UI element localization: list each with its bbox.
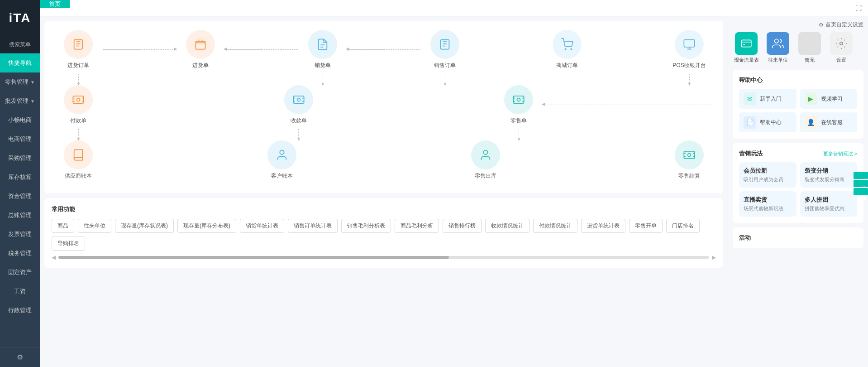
- sidebar-item-invoice[interactable]: 发票管理: [0, 225, 40, 244]
- flow-label-supplier-account: 供应商账本: [65, 172, 92, 180]
- sidebar-item-ledger[interactable]: 总账管理: [0, 206, 40, 225]
- vert-cell: [542, 74, 592, 83]
- sidebar-gear-icon[interactable]: ⚙: [0, 348, 40, 367]
- marketing-item-live[interactable]: 直播卖货 场景式购物新玩法: [739, 191, 796, 217]
- func-button[interactable]: 现存量(库存分布表): [177, 219, 236, 233]
- sidebar-item-more[interactable]: 行政管理: [0, 301, 40, 320]
- sidebar-item-retail[interactable]: 零售管理▼: [0, 72, 40, 92]
- svg-rect-7: [441, 40, 449, 49]
- flow-circle-customer-account: [267, 140, 296, 169]
- content-area: 进货订单 ▶ 进货单 ◀ 销货单 ◀ 销售订单 商城订单 POS收银开台 ▼ ▼: [40, 16, 868, 367]
- flow-node-purchase-order[interactable]: 进货订单: [53, 30, 103, 69]
- quick-icon-label-none: 暂无: [805, 57, 815, 63]
- func-button[interactable]: 销售毛利分析表: [341, 219, 391, 233]
- sidebar-item-xiaochang[interactable]: 小畅电商: [0, 111, 40, 130]
- sidebar: iTA 搜索菜单 快捷导航零售管理▼批发管理▼小畅电商电商管理采购管理库存核算资…: [0, 0, 40, 367]
- quick-icon-partner[interactable]: 往来单位: [764, 32, 792, 63]
- tab-home[interactable]: 首页: [40, 0, 70, 8]
- func-button[interactable]: 付款情况统计: [533, 219, 577, 233]
- flow-label-collection: 收款单: [291, 117, 307, 125]
- flow-circle-payment: [64, 85, 93, 114]
- sidebar-item-purchase[interactable]: 采购管理: [0, 149, 40, 168]
- top-bar: 首页 ⛶: [40, 0, 868, 16]
- flow-node-sales-order[interactable]: 销售订单: [420, 30, 470, 69]
- svg-rect-22: [293, 96, 304, 103]
- flow-node-purchase-receipt[interactable]: 进货单: [176, 30, 225, 69]
- flow-label-sales-receipt: 销货单: [315, 62, 331, 69]
- sidebar-item-finance[interactable]: 资金管理: [0, 187, 40, 206]
- help-item-beginner[interactable]: ✉新手入门: [739, 89, 796, 109]
- vert-cell: ▼: [53, 129, 103, 138]
- func-button[interactable]: 销售订单统计表: [288, 219, 338, 233]
- gear-small-icon: ⚙: [819, 22, 824, 28]
- svg-point-29: [517, 98, 520, 101]
- func-button[interactable]: 零售开单: [629, 219, 663, 233]
- func-button[interactable]: 现存量(库存状况表): [115, 219, 174, 233]
- svg-point-34: [280, 150, 284, 155]
- common-functions-card: 常用功能 商品往来单位现存量(库存状况表)现存量(库存分布表)销货单统计表销售订…: [44, 198, 723, 268]
- marketing-more[interactable]: 更多营销玩法 >: [823, 150, 857, 157]
- help-item-help[interactable]: 📄帮助中心: [739, 112, 796, 132]
- chevron-icon: ▼: [30, 99, 35, 104]
- sidebar-item-assets[interactable]: 固定资产: [0, 263, 40, 282]
- flow-node-supplier-account[interactable]: 供应商账本: [53, 140, 103, 180]
- float-btn-customer-service[interactable]: 客服热线: [854, 172, 868, 179]
- help-item-label-beginner: 新手入门: [760, 95, 782, 103]
- vert-connectors-2: ▼ ▼ ▼: [53, 129, 714, 138]
- flow-node-retail-outbound[interactable]: 零售出库: [461, 140, 510, 180]
- sidebar-item-tax[interactable]: 税务管理: [0, 244, 40, 263]
- sidebar-item-inventory[interactable]: 库存核算: [0, 168, 40, 187]
- flow-diagram: 进货订单 ▶ 进货单 ◀ 销货单 ◀ 销售订单 商城订单 POS收银开台 ▼ ▼: [53, 30, 714, 184]
- sidebar-item-quick-nav[interactable]: 快捷导航: [0, 53, 40, 72]
- quick-icon-settings[interactable]: 设置: [828, 32, 855, 63]
- quick-icon-cash-flow[interactable]: 现金流量表: [733, 32, 760, 63]
- flow-node-retail-order[interactable]: 零售单: [494, 85, 544, 125]
- func-button[interactable]: 销售排行榜: [443, 219, 482, 233]
- func-button[interactable]: 销货单统计表: [240, 219, 284, 233]
- help-title: 帮助中心: [739, 76, 857, 84]
- func-button[interactable]: 商品毛利分析: [395, 219, 439, 233]
- help-item-video[interactable]: ▶视频学习: [800, 89, 858, 109]
- fullscreen-button[interactable]: ⛶: [854, 3, 863, 14]
- quick-icon-label-cash-flow: 现金流量表: [734, 57, 759, 63]
- sidebar-item-wholesale[interactable]: 批发管理▼: [0, 92, 40, 111]
- vert-arrow-icon: ▼: [689, 74, 690, 83]
- vert-cell: ▼: [664, 74, 714, 83]
- common-functions-title: 常用功能: [52, 205, 716, 213]
- chevron-icon: ▼: [30, 80, 35, 85]
- sidebar-item-ecommerce[interactable]: 电商管理: [0, 130, 40, 149]
- float-btn-desktop[interactable]: 桌面快捷: [854, 188, 868, 195]
- customize-bar[interactable]: ⚙ 首页自定义设置: [733, 21, 863, 29]
- float-btn-community[interactable]: 服务社区: [854, 180, 868, 187]
- marketing-item-title-live: 直播卖货: [744, 196, 792, 204]
- flow-circle-sales-receipt: [308, 30, 337, 59]
- scroll-right[interactable]: ▶: [712, 254, 716, 261]
- flow-circle-collection: [284, 85, 313, 114]
- marketing-item-group[interactable]: 多人拼团 拼团购物享受优惠: [800, 191, 858, 217]
- marketing-section: 营销玩法 更多营销玩法 > 会员拉新 吸引用户成为会员 裂变分销 裂变式发展分销…: [733, 143, 863, 223]
- flow-node-retail-settlement[interactable]: 零售结算: [664, 140, 714, 180]
- func-button[interactable]: 进货单统计表: [581, 219, 625, 233]
- scroll-left[interactable]: ◀: [52, 254, 56, 261]
- quick-icon-none[interactable]: 暂无: [796, 32, 823, 63]
- marketing-item-split[interactable]: 裂变分销 裂变式发展分销商: [800, 162, 858, 188]
- flow-node-sales-receipt[interactable]: 销货单: [298, 30, 348, 69]
- sidebar-item-salary[interactable]: 工资: [0, 282, 40, 301]
- flow-node-customer-account[interactable]: 客户账本: [257, 140, 307, 180]
- sidebar-search[interactable]: 搜索菜单: [0, 36, 40, 53]
- help-item-service[interactable]: 👤在线客服: [800, 112, 858, 132]
- quick-icon-label-settings: 设置: [836, 57, 846, 63]
- flow-node-mall-order[interactable]: 商城订单: [542, 30, 592, 69]
- flow-node-pos[interactable]: POS收银开台: [664, 30, 714, 69]
- marketing-item-member[interactable]: 会员拉新 吸引用户成为会员: [739, 162, 796, 188]
- float-right-buttons: 客服热线服务社区桌面快捷: [854, 172, 868, 195]
- func-button[interactable]: 往来单位: [78, 219, 111, 233]
- flow-circle-retail-order: [504, 85, 533, 114]
- flow-node-collection[interactable]: 收款单: [274, 85, 324, 125]
- quick-icon-box-settings: [830, 32, 853, 55]
- func-button[interactable]: 导购排名: [52, 237, 85, 251]
- func-button[interactable]: 收款情况统计: [485, 219, 529, 233]
- func-button[interactable]: 商品: [52, 219, 74, 233]
- func-button[interactable]: 门店排名: [666, 219, 700, 233]
- flow-node-payment[interactable]: 付款单: [53, 85, 103, 125]
